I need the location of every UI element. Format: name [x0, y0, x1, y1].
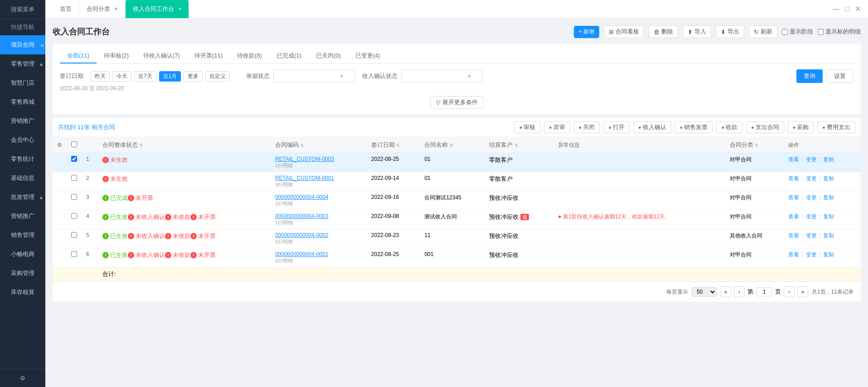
op-change[interactable]: 变更 — [806, 175, 817, 182]
last-page-btn[interactable]: » — [797, 286, 808, 297]
sidebar-item-marketing[interactable]: 营销推广 — [0, 111, 45, 131]
op-copy[interactable]: 复制 — [823, 156, 834, 163]
kanban-button[interactable]: ⊞ 合同看板 — [604, 25, 644, 38]
op-change[interactable]: 变更 — [806, 252, 817, 258]
date-btn-today[interactable]: 今天 — [112, 71, 131, 82]
tab-contract-category[interactable]: 合同分类 × — [79, 0, 126, 18]
filter-tab-pending-income[interactable]: 待收入确认(7) — [136, 49, 187, 63]
collect-btn[interactable]: ● 收款 — [716, 121, 742, 133]
sidebar-item-inventory[interactable]: 库存核算 — [0, 283, 45, 302]
tab-contract-category-close[interactable]: × — [115, 6, 118, 12]
row-checkbox[interactable] — [71, 232, 77, 238]
review-btn[interactable]: ● 审核 — [514, 121, 540, 133]
prev-page-btn[interactable]: ‹ — [734, 286, 745, 297]
import-button[interactable]: ⬆ 导入 — [683, 25, 711, 38]
add-button[interactable]: + 新增 — [574, 26, 599, 38]
page-input[interactable] — [756, 287, 772, 296]
doc-status-select[interactable]: ▼ — [273, 70, 355, 82]
refresh-button[interactable]: ↻ 刷新 — [749, 25, 777, 38]
op-copy[interactable]: 复制 — [823, 252, 834, 258]
filter-tab-pending-review[interactable]: 待审核(2) — [97, 49, 136, 63]
sidebar-item-sales[interactable]: 销售管理 — [0, 226, 45, 245]
op-view[interactable]: 查看 — [788, 194, 799, 201]
abandon-btn[interactable]: ● 弃审 — [544, 121, 570, 133]
op-view[interactable]: 查看 — [788, 213, 799, 220]
sidebar-item-stats[interactable]: 零售统计 — [0, 150, 45, 169]
col-name[interactable]: 合同名称 ⇅ — [420, 137, 485, 153]
date-btn-last7[interactable]: 近7天 — [134, 71, 156, 82]
sidebar-item-smart-store[interactable]: 智慧门店 — [0, 73, 45, 92]
sales-invoice-btn[interactable]: ● 销售发票 — [675, 121, 713, 133]
page-size-select[interactable]: 50 100 200 — [692, 287, 717, 297]
col-code[interactable]: 合同编码 ⇅ — [271, 137, 367, 153]
sidebar-item-wholesale[interactable]: 批发管理 — [0, 188, 45, 207]
sidebar-item-purchase[interactable]: 采购管理 — [0, 264, 45, 283]
filter-tab-closed[interactable]: 已关闭(0) — [309, 49, 348, 63]
tab-income-workbench-close[interactable]: × — [178, 6, 181, 12]
op-view[interactable]: 查看 — [788, 175, 799, 182]
contract-code-link[interactable]: 0000000000004-0003 — [275, 213, 328, 219]
filter-tab-all[interactable]: 全部(11) — [60, 49, 97, 63]
close-btn[interactable]: ● 关闭 — [574, 121, 600, 133]
sidebar-item-retail-mgmt[interactable]: 零售管理 — [0, 54, 45, 73]
op-change[interactable]: 变更 — [806, 194, 817, 201]
contract-code-link[interactable]: 0000000000004-0001 — [275, 251, 328, 257]
show-detail-checkbox[interactable]: 显示标的明细 — [818, 28, 861, 36]
row-checkbox[interactable] — [71, 156, 77, 162]
export-button[interactable]: ⬇ 导出 — [716, 25, 744, 38]
op-change[interactable]: 变更 — [806, 232, 817, 239]
date-btn-custom[interactable]: 自定义 — [205, 71, 230, 82]
filter-tab-changed[interactable]: 已变更(4) — [348, 49, 388, 63]
select-all-checkbox[interactable] — [71, 141, 77, 147]
open-btn[interactable]: ● 打开 — [603, 121, 630, 133]
query-button[interactable]: 查询 — [796, 69, 823, 83]
filter-tab-completed[interactable]: 已完成(1) — [269, 49, 309, 63]
purchase-btn[interactable]: ● 采购 — [788, 121, 814, 133]
window-minimize-icon[interactable]: — — [832, 5, 839, 13]
contract-code-link[interactable]: 0000000000004-0002 — [275, 232, 328, 238]
sidebar-search[interactable]: 搜索菜单 — [0, 0, 45, 19]
tab-income-workbench[interactable]: 收入合同工作台 × — [126, 0, 189, 18]
filter-tab-pending-invoice[interactable]: 待开票(11) — [187, 49, 230, 63]
op-change[interactable]: 变更 — [806, 213, 817, 220]
window-maximize-icon[interactable]: □ — [845, 5, 849, 13]
sidebar-item-marketing2[interactable]: 营销推广 — [0, 207, 45, 226]
op-copy[interactable]: 复制 — [823, 232, 834, 239]
date-btn-more[interactable]: 更多 — [184, 71, 203, 82]
delete-button[interactable]: 🗑 删除 — [649, 25, 678, 38]
op-copy[interactable]: 复制 — [823, 194, 834, 201]
op-view[interactable]: 查看 — [788, 232, 799, 239]
row-checkbox[interactable] — [71, 213, 77, 219]
col-settings[interactable]: ⚙ — [53, 137, 67, 153]
row-checkbox[interactable] — [71, 194, 77, 200]
op-copy[interactable]: 复制 — [823, 213, 834, 220]
col-customer[interactable]: 结算客户 ⇅ — [485, 137, 553, 153]
col-sign-date[interactable]: 签订日期 ⇅ — [367, 137, 420, 153]
date-btn-last1m[interactable]: 近1月 — [159, 71, 181, 82]
col-category[interactable]: 合同分类 ⇅ — [725, 137, 784, 153]
sidebar-settings[interactable]: ⚙ — [0, 369, 45, 387]
window-close-icon[interactable]: ✕ — [855, 5, 861, 13]
expense-btn[interactable]: ● 费用支出 — [817, 121, 855, 133]
sidebar-item-project[interactable]: 项目合同 — [0, 35, 45, 54]
op-view[interactable]: 查看 — [788, 156, 799, 163]
filter-tab-pending-payment[interactable]: 待收款(8) — [230, 49, 269, 63]
show-segment-checkbox[interactable]: 显示阶段 — [782, 28, 813, 36]
sidebar-item-ecommerce[interactable]: 小畅电商 — [0, 245, 45, 264]
op-view[interactable]: 查看 — [788, 252, 799, 258]
sidebar-nav[interactable]: 快捷导航 — [0, 19, 45, 35]
contract-code-link[interactable]: RETAIL_CUSTOM-0003 — [275, 156, 334, 162]
sidebar-item-member[interactable]: 会员中心 — [0, 131, 45, 150]
sidebar-item-online-store[interactable]: 零售商城 — [0, 92, 45, 111]
contract-code-link[interactable]: RETAIL_CUSTOM-0001 — [275, 175, 334, 181]
contract-code-link[interactable]: 0000000000004-0004 — [275, 194, 328, 200]
date-btn-yesterday[interactable]: 昨天 — [91, 71, 110, 82]
op-copy[interactable]: 复制 — [823, 175, 834, 182]
income-confirm-select[interactable]: ▼ — [401, 70, 483, 82]
next-page-btn[interactable]: › — [784, 286, 795, 297]
expand-more-btn[interactable]: ▽ 展开更多条件 — [430, 96, 484, 109]
col-status[interactable]: 合同整体状态 ⇅ — [98, 137, 271, 153]
pay-contract-btn[interactable]: ● 支出合同 — [746, 121, 784, 133]
row-checkbox[interactable] — [71, 251, 77, 257]
sidebar-item-basic[interactable]: 基础信息 — [0, 169, 45, 188]
